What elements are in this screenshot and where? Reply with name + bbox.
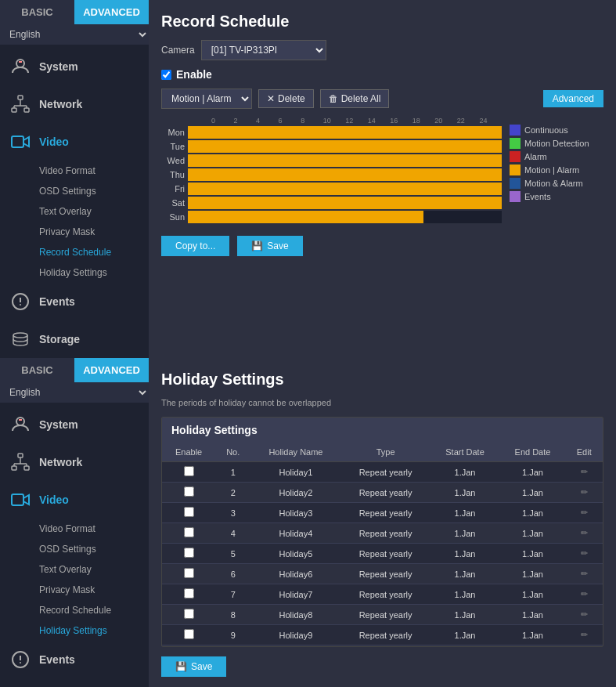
edit-icon[interactable]: ✏ — [581, 569, 588, 578]
enable-checkbox[interactable] — [161, 70, 171, 80]
cell-enable[interactable] — [162, 462, 215, 483]
enable-check-2[interactable] — [184, 507, 194, 517]
sidebar-sub-holidaysettings-bottom[interactable]: Holiday Settings — [39, 620, 149, 641]
edit-icon[interactable]: ✏ — [581, 487, 588, 497]
cell-enable[interactable] — [162, 523, 215, 544]
cell-enable[interactable] — [162, 483, 215, 503]
sidebar-item-video-bottom[interactable]: Video — [0, 481, 149, 519]
sidebar-sub-osdsettings-top[interactable]: OSD Settings — [39, 181, 149, 201]
sidebar-sub-recordschedule-top[interactable]: Record Schedule — [39, 242, 149, 262]
edit-icon[interactable]: ✏ — [581, 528, 588, 537]
cell-start: 1.Jan — [430, 462, 500, 483]
enable-check-4[interactable] — [184, 548, 194, 558]
col-end: End Date — [500, 443, 566, 462]
cell-edit[interactable]: ✏ — [565, 645, 603, 647]
sidebar-sub-recordschedule-bottom[interactable]: Record Schedule — [39, 600, 149, 620]
bar-wed[interactable] — [188, 154, 502, 167]
sidebar-sub-textoverlay-bottom[interactable]: Text Overlay — [39, 559, 149, 580]
save-icon-bottom: 💾 — [175, 661, 187, 672]
bar-sat[interactable] — [188, 197, 502, 209]
sidebar-sub-textoverlay-top[interactable]: Text Overlay — [39, 201, 149, 222]
bar-tue[interactable] — [188, 140, 502, 153]
tab-basic-bottom[interactable]: BASIC — [0, 358, 74, 382]
edit-icon[interactable]: ✏ — [581, 589, 588, 598]
cell-edit[interactable]: ✏ — [565, 564, 603, 584]
cell-enable[interactable] — [162, 645, 215, 647]
bar-thu[interactable] — [188, 168, 502, 181]
cell-end: 1.Jan — [500, 544, 566, 564]
sidebar-item-storage-top[interactable]: Storage — [0, 320, 149, 358]
cell-enable[interactable] — [162, 564, 215, 584]
cell-edit[interactable]: ✏ — [565, 584, 603, 605]
language-select-bottom[interactable]: English — [0, 382, 149, 403]
tab-advanced-top[interactable]: ADVANCED — [74, 0, 149, 24]
sidebar-item-video-top[interactable]: Video — [0, 123, 149, 161]
legend-label-motion-and-alarm: Motion & Alarm — [524, 179, 583, 188]
bar-mon[interactable] — [188, 126, 502, 139]
sidebar-item-events-top[interactable]: Events — [0, 283, 149, 320]
enable-check-6[interactable] — [184, 588, 194, 598]
sidebar-sub-privacymask-top[interactable]: Privacy Mask — [39, 222, 149, 242]
holiday-table-scroll[interactable]: Enable No. Holiday Name Type Start Date … — [162, 443, 603, 646]
bar-sun[interactable] — [188, 211, 502, 223]
legend-color-motion-alarm — [510, 165, 521, 175]
main-content-bottom: Holiday Settings The periods of holiday … — [149, 358, 616, 687]
edit-icon[interactable]: ✏ — [581, 548, 588, 558]
delete-button[interactable]: ✕ Delete — [258, 89, 314, 108]
sidebar-sub-videoformat-top[interactable]: Video Format — [39, 161, 149, 181]
edit-icon[interactable]: ✏ — [581, 508, 588, 517]
edit-icon[interactable]: ✏ — [581, 609, 588, 619]
cell-type: Repeat yearly — [341, 564, 430, 584]
sidebar-sub-privacymask-bottom[interactable]: Privacy Mask — [39, 580, 149, 600]
cell-edit[interactable]: ✏ — [565, 523, 603, 544]
enable-check-3[interactable] — [184, 527, 194, 537]
tab-basic-top[interactable]: BASIC — [0, 0, 74, 24]
sidebar-item-network-top[interactable]: Network — [0, 85, 149, 123]
enable-check-5[interactable] — [184, 568, 194, 578]
sidebar-sub-osdsettings-bottom[interactable]: OSD Settings — [39, 539, 149, 559]
cell-edit[interactable]: ✏ — [565, 503, 603, 523]
sidebar-sub-holidaysettings-top[interactable]: Holiday Settings — [39, 262, 149, 283]
storage-label-top: Storage — [39, 333, 80, 345]
sidebar-sub-top: Video Format OSD Settings Text Overlay P… — [0, 161, 149, 283]
cell-enable[interactable] — [162, 625, 215, 645]
enable-check-8[interactable] — [184, 629, 194, 639]
save-label-top: Save — [267, 240, 288, 251]
sidebar-item-system-bottom[interactable]: System — [0, 406, 149, 443]
network-icon-top — [9, 93, 31, 115]
mode-select[interactable]: Motion | Alarm — [161, 89, 252, 109]
cell-enable[interactable] — [162, 584, 215, 605]
cell-name: Holiday6 — [250, 564, 341, 584]
cell-enable[interactable] — [162, 544, 215, 564]
cell-enable[interactable] — [162, 605, 215, 625]
cell-edit[interactable]: ✏ — [565, 625, 603, 645]
save-button-bottom[interactable]: 💾 Save — [161, 656, 226, 677]
edit-icon[interactable]: ✏ — [581, 630, 588, 639]
sidebar-item-network-bottom[interactable]: Network — [0, 443, 149, 481]
language-select-top[interactable]: English — [0, 24, 149, 45]
save-button-top[interactable]: 💾 Save — [237, 236, 302, 256]
btn-row-top: Copy to... 💾 Save — [161, 236, 603, 256]
copy-to-button[interactable]: Copy to... — [161, 236, 229, 256]
sidebar-item-system-top[interactable]: System — [0, 48, 149, 85]
enable-check-1[interactable] — [184, 486, 194, 497]
cell-enable[interactable] — [162, 503, 215, 523]
cell-no: 8 — [215, 605, 250, 625]
bar-fri[interactable] — [188, 183, 502, 195]
edit-icon[interactable]: ✏ — [581, 467, 588, 476]
cell-edit[interactable]: ✏ — [565, 544, 603, 564]
cell-edit[interactable]: ✏ — [565, 462, 603, 483]
tab-advanced-bottom[interactable]: ADVANCED — [74, 358, 149, 382]
delete-all-button[interactable]: 🗑 Delete All — [320, 89, 390, 108]
sidebar-item-events-bottom[interactable]: Events — [0, 641, 149, 678]
enable-check-7[interactable] — [184, 609, 194, 619]
sidebar-sub-videoformat-bottom[interactable]: Video Format — [39, 519, 149, 539]
main-content-top: Record Schedule Camera [01] TV-IP313PI E… — [149, 0, 616, 358]
enable-check-0[interactable] — [184, 466, 194, 476]
svg-point-0 — [16, 60, 24, 67]
advanced-button[interactable]: Advanced — [543, 90, 603, 107]
cell-edit[interactable]: ✏ — [565, 483, 603, 503]
cell-edit[interactable]: ✏ — [565, 605, 603, 625]
svg-point-13 — [20, 304, 21, 306]
camera-select[interactable]: [01] TV-IP313PI — [201, 40, 326, 60]
